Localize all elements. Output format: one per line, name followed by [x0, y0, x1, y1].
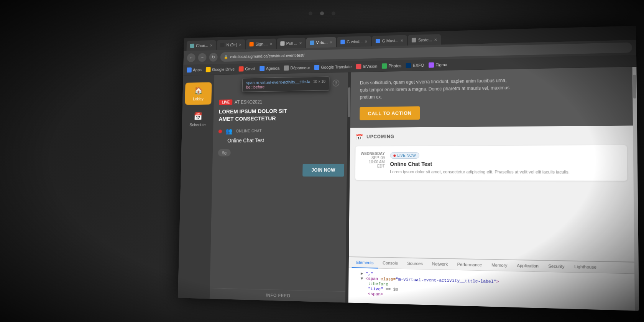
event-title-line2: AMET CONSECTETUR — [219, 114, 345, 122]
tab-chan[interactable]: Chan... ✕ — [187, 40, 217, 51]
bookmark-label-agenda: Agenda — [266, 66, 280, 71]
tab-label-syste: Syste... — [418, 38, 432, 43]
bookmark-label-translate: Google Translate — [321, 64, 352, 69]
bookmark-gmail[interactable]: Gmail — [239, 66, 255, 71]
tab-label-chan: Chan... — [196, 43, 208, 48]
browser-main: 🏠 Lobby 📅 Schedule span.m-virtual-event-… — [178, 67, 639, 311]
tooltip-help-icon[interactable]: ? — [333, 80, 339, 87]
tab-close-sign[interactable]: ✕ — [269, 42, 273, 46]
bookmark-apps[interactable]: Apps — [187, 67, 202, 72]
join-now-button[interactable]: JOIN NOW — [302, 164, 344, 177]
bookmark-depanneur[interactable]: Dépanneur — [284, 65, 310, 71]
forward-button[interactable]: → — [198, 53, 206, 62]
bookmark-icon-apps — [187, 67, 192, 72]
upcoming-content: LIVE NOW Online Chat Test Lorem ipsum do… — [390, 151, 621, 176]
tab-gwind[interactable]: G wind... ✕ — [337, 36, 371, 47]
tab-label-sign: Sign ... — [255, 42, 268, 46]
date-timezone: EDT — [361, 164, 385, 168]
tab-close-gwind[interactable]: ✕ — [365, 39, 368, 43]
chat-label: ONLINE CHAT — [236, 129, 262, 133]
nav-sidebar: 🏠 Lobby 📅 Schedule — [178, 75, 214, 299]
tab-syste[interactable]: Syste... ✕ — [408, 34, 441, 46]
reload-button[interactable]: ↻ — [209, 53, 217, 62]
devtools-tab-sources-label: Sources — [407, 261, 423, 266]
tab-sign[interactable]: Sign ... ✕ — [246, 39, 276, 50]
webcam-dot-right — [332, 12, 335, 15]
chat-icon: 👥 — [225, 128, 233, 135]
webcam-dot-center — [320, 12, 324, 15]
scrollbar-thumb[interactable] — [348, 87, 350, 117]
live-now-label: LIVE NOW — [397, 153, 416, 158]
bookmark-label-photos: Photos — [389, 63, 402, 68]
event-card: LIVE AT ESKO2021 LOREM IPSUM DOLOR SIT A… — [210, 91, 350, 291]
bookmark-agenda[interactable]: Agenda — [260, 66, 279, 71]
home-icon: 🏠 — [194, 86, 203, 95]
tab-close-notion[interactable]: ✕ — [239, 43, 242, 47]
devtools-tab-network[interactable]: Network — [427, 258, 452, 270]
calendar-icon: 📅 — [193, 112, 202, 121]
devtools-tab-application-label: Application — [517, 263, 539, 268]
hero-section: Duis sollicitudin, quam eget viverra tin… — [350, 67, 633, 128]
tab-close-pull[interactable]: ✕ — [299, 41, 302, 45]
devtools-tab-console[interactable]: Console — [378, 258, 402, 269]
right-scrollbar-thumb[interactable] — [633, 75, 636, 99]
upcoming-card: WEDNESDAY SEP. 09 10:00 AM EDT LIVE NOW — [355, 145, 628, 181]
main-event-panel: span.m-virtual-event-activity__title-la … — [210, 72, 351, 303]
browser-window: Chan... ✕ N (9+) ✕ Sign ... ✕ Pull ... ✕ — [178, 26, 639, 311]
bookmark-photos[interactable]: Photos — [382, 63, 401, 69]
devtools-tab-security[interactable]: Security — [544, 261, 570, 273]
devtools-tab-network-label: Network — [432, 261, 448, 266]
sidebar-item-lobby[interactable]: 🏠 Lobby — [185, 82, 212, 105]
tab-close-gmusi[interactable]: ✕ — [401, 38, 404, 43]
devtools-tab-performance[interactable]: Performance — [452, 259, 486, 271]
devtools-tab-performance-label: Performance — [457, 262, 482, 267]
devtools-tab-lighthouse-label: Lighthouse — [574, 264, 596, 269]
bookmark-icon-translate — [314, 64, 319, 70]
bookmark-translate[interactable]: Google Translate — [314, 64, 352, 70]
tab-favicon-pull — [280, 41, 284, 46]
tab-close-syste[interactable]: ✕ — [434, 38, 437, 42]
upcoming-label: UPCOMING — [366, 134, 394, 139]
tab-pull[interactable]: Pull ... ✕ — [276, 38, 306, 49]
devtools-tab-security-label: Security — [548, 263, 564, 268]
join-btn-row: JOIN NOW — [217, 164, 344, 177]
bookmark-icon-figma — [429, 62, 434, 67]
date-month: SEP. 09 — [361, 156, 385, 160]
bookmark-label-gdrive: Google Drive — [212, 67, 235, 72]
online-dot — [219, 130, 222, 133]
devtools-tab-memory-label: Memory — [491, 263, 507, 268]
cta-button[interactable]: CALL TO ACTION — [360, 106, 420, 120]
devtools-tab-memory[interactable]: Memory — [487, 260, 512, 271]
tab-label-gwind: G wind... — [347, 39, 363, 44]
bookmark-gdrive[interactable]: Google Drive — [206, 66, 235, 72]
screen-content: Chan... ✕ N (9+) ✕ Sign ... ✕ Pull ... ✕ — [178, 26, 639, 311]
tab-close-virtual[interactable]: ✕ — [329, 40, 332, 44]
bookmark-invision[interactable]: InVision — [356, 63, 377, 69]
tab-virtual[interactable]: Virtu... ✕ — [306, 37, 336, 48]
tooltip-size: 10 × 10 — [313, 79, 325, 84]
bookmark-label-figma: Figma — [435, 62, 447, 67]
webcam-dot-left — [309, 12, 312, 15]
bookmark-icon-depanneur — [284, 65, 289, 71]
bookmark-figma[interactable]: Figma — [429, 62, 447, 67]
devtools-tab-elements-label: Elements — [356, 260, 373, 265]
bookmark-label-exfo: EXFO — [413, 63, 424, 67]
bookmark-icon-agenda — [260, 66, 264, 71]
devtools-tab-elements[interactable]: Elements — [352, 257, 378, 269]
back-button[interactable]: ← — [187, 53, 196, 62]
chat-section: 👥 ONLINE CHAT — [219, 127, 345, 135]
sidebar-item-schedule[interactable]: 📅 Schedule — [184, 108, 211, 131]
calendar-upcoming-icon: 📅 — [356, 133, 364, 141]
date-day: WEDNESDAY — [361, 151, 385, 156]
sidebar-label-lobby: Lobby — [193, 97, 203, 101]
tab-gmusi[interactable]: G Musi... ✕ — [372, 35, 407, 46]
devtools-tab-lighthouse[interactable]: Lighthouse — [569, 261, 601, 273]
sidebar-label-schedule: Schedule — [190, 122, 206, 127]
tab-notion[interactable]: N (9+) ✕ — [217, 39, 246, 50]
upcoming-section: 📅 UPCOMING WEDNESDAY SEP. 09 10:00 AM ED… — [349, 125, 634, 262]
devtools-tab-sources[interactable]: Sources — [402, 258, 427, 269]
bookmark-exfo[interactable]: EXFO — [406, 62, 424, 68]
devtools-tab-application[interactable]: Application — [512, 260, 544, 272]
tab-close-chan[interactable]: ✕ — [210, 43, 213, 48]
webcam-area — [309, 12, 335, 15]
